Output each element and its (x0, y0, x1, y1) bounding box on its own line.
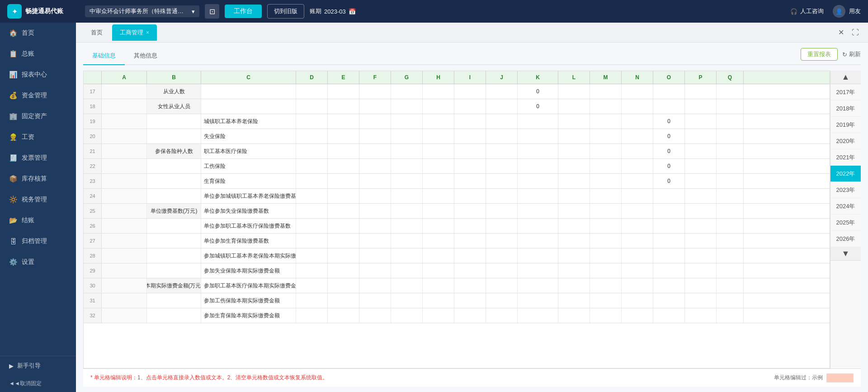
cell-32-n[interactable] (622, 308, 653, 323)
cell-26-g[interactable] (391, 219, 423, 233)
cell-18-h[interactable] (423, 99, 454, 114)
cell-19-e[interactable] (328, 114, 359, 129)
cell-17-d[interactable] (296, 84, 328, 99)
cell-25-q[interactable] (717, 204, 744, 218)
tab-close-icon[interactable]: × (146, 29, 149, 36)
cell-20-a[interactable] (102, 129, 147, 143)
company-selector[interactable]: 中审众环会计师事务所（特殊普通合伙... ▾ (85, 5, 199, 17)
cell-21-o[interactable]: 0 (653, 144, 685, 158)
cell-31-d[interactable] (296, 293, 328, 308)
spreadsheet-container[interactable]: A B C D E F G H I J K L M N O (83, 71, 830, 368)
cell-29-b[interactable] (147, 263, 201, 278)
cell-27-e[interactable] (328, 234, 359, 248)
cell-26-m[interactable] (590, 219, 622, 233)
sidebar-item-inventory[interactable]: 📦 库存核算 (0, 168, 76, 189)
sub-tab-other-info[interactable]: 其他信息 (125, 48, 166, 65)
cell-25-h[interactable] (423, 204, 454, 218)
cell-18-g[interactable] (391, 99, 423, 114)
sidebar-item-assets[interactable]: 🏢 固定资产 (0, 106, 76, 127)
cell-22-o[interactable]: 0 (653, 159, 685, 173)
cell-32-q[interactable] (717, 308, 744, 323)
cell-31-o[interactable] (653, 293, 685, 308)
cell-19-d[interactable] (296, 114, 328, 129)
cell-26-n[interactable] (622, 219, 653, 233)
cell-27-c[interactable]: 单位参加生育保险缴费基数 (201, 234, 296, 248)
cell-22-m[interactable] (590, 159, 622, 173)
cell-21-h[interactable] (423, 144, 454, 158)
cell-23-d[interactable] (296, 174, 328, 188)
cell-21-b[interactable]: 参保各险种人数 (147, 144, 201, 158)
cell-20-f[interactable] (359, 129, 391, 143)
cell-28-d[interactable] (296, 249, 328, 263)
cell-20-l[interactable] (558, 129, 590, 143)
sidebar-item-home[interactable]: 🏠 首页 (0, 23, 76, 43)
cell-26-f[interactable] (359, 219, 391, 233)
cell-22-l[interactable] (558, 159, 590, 173)
cell-17-c[interactable] (201, 84, 296, 99)
sidebar-item-invoice[interactable]: 🧾 发票管理 (0, 148, 76, 168)
cell-20-k[interactable] (518, 129, 558, 143)
cell-30-h[interactable] (423, 278, 454, 293)
sidebar-item-close[interactable]: 📂 结账 (0, 210, 76, 231)
cell-24-g[interactable] (391, 189, 423, 203)
tab-home[interactable]: 首页 (83, 24, 110, 41)
cell-19-j[interactable] (486, 114, 518, 129)
cell-24-c[interactable]: 单位参加城镇职工基本养老保险缴费基数 (201, 189, 296, 203)
cell-27-j[interactable] (486, 234, 518, 248)
cell-17-b[interactable]: 从业人数 (147, 84, 201, 99)
cell-26-c[interactable]: 单位参加职工基本医疗保险缴费基数 (201, 219, 296, 233)
cell-29-p[interactable] (685, 263, 717, 278)
switch-version-button[interactable]: 切到旧版 (267, 4, 304, 19)
cell-19-c[interactable]: 城镇职工基本养老保险 (201, 114, 296, 129)
cell-27-b[interactable] (147, 234, 201, 248)
cell-30-m[interactable] (590, 278, 622, 293)
cell-20-q[interactable] (717, 129, 744, 143)
cell-21-d[interactable] (296, 144, 328, 158)
cell-17-h[interactable] (423, 84, 454, 99)
cell-26-k[interactable] (518, 219, 558, 233)
cell-28-m[interactable] (590, 249, 622, 263)
cell-20-c[interactable]: 失业保险 (201, 129, 296, 143)
cell-29-m[interactable] (590, 263, 622, 278)
cell-17-k[interactable]: 0 (518, 84, 558, 99)
cell-30-d[interactable] (296, 278, 328, 293)
new-user-guide[interactable]: ▶ 新手引导 (0, 356, 76, 375)
cell-25-b[interactable]: 单位缴费基数(万元) (147, 204, 201, 218)
cell-22-q[interactable] (717, 159, 744, 173)
cell-32-e[interactable] (328, 308, 359, 323)
cell-19-n[interactable] (622, 114, 653, 129)
cell-18-e[interactable] (328, 99, 359, 114)
cell-17-m[interactable] (590, 84, 622, 99)
cell-31-h[interactable] (423, 293, 454, 308)
cell-20-p[interactable] (685, 129, 717, 143)
cell-23-p[interactable] (685, 174, 717, 188)
cell-20-n[interactable] (622, 129, 653, 143)
cell-31-q[interactable] (717, 293, 744, 308)
cell-19-k[interactable] (518, 114, 558, 129)
cell-26-a[interactable] (102, 219, 147, 233)
cell-17-g[interactable] (391, 84, 423, 99)
cell-27-q[interactable] (717, 234, 744, 248)
sidebar-item-funds[interactable]: 💰 资金管理 (0, 85, 76, 106)
cell-25-g[interactable] (391, 204, 423, 218)
cell-23-j[interactable] (486, 174, 518, 188)
cell-31-g[interactable] (391, 293, 423, 308)
cell-25-n[interactable] (622, 204, 653, 218)
cell-22-g[interactable] (391, 159, 423, 173)
cell-24-d[interactable] (296, 189, 328, 203)
cell-30-k[interactable] (518, 278, 558, 293)
year-item-2017[interactable]: 2017年 (830, 84, 861, 100)
cell-24-h[interactable] (423, 189, 454, 203)
cell-25-l[interactable] (558, 204, 590, 218)
cell-22-f[interactable] (359, 159, 391, 173)
cell-30-i[interactable] (454, 278, 486, 293)
cell-22-b[interactable] (147, 159, 201, 173)
cell-28-c[interactable]: 参加城镇职工基本养老保险本期实际缴费金额 (201, 249, 296, 263)
cell-22-p[interactable] (685, 159, 717, 173)
cell-27-h[interactable] (423, 234, 454, 248)
cell-26-o[interactable] (653, 219, 685, 233)
cell-27-d[interactable] (296, 234, 328, 248)
cell-31-p[interactable] (685, 293, 717, 308)
cell-32-i[interactable] (454, 308, 486, 323)
cell-32-f[interactable] (359, 308, 391, 323)
